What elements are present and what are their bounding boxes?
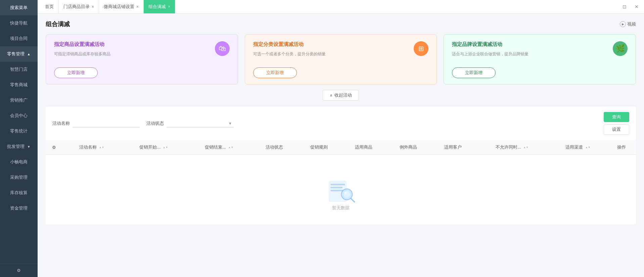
brand-promo-desc: 适合与上游企业联合做营销，提升品牌销量 (452, 51, 575, 62)
category-promo-title: 指定分类设置满减活动 (253, 41, 429, 48)
sidebar-item-retail-stats[interactable]: 零售统计 (0, 123, 38, 139)
query-button[interactable]: 查询 (604, 112, 629, 122)
close-button[interactable]: ✕ (632, 2, 641, 11)
th-applicable-goods: 适用商品 (341, 140, 386, 155)
brand-promo-add-btn[interactable]: 立即新增 (452, 67, 496, 78)
th-exception-goods: 例外商品 (386, 140, 430, 155)
sort-icon[interactable]: ▲▼ (99, 146, 104, 149)
chevron-down-icon: ▼ (27, 145, 31, 149)
sidebar-item-label: 零售统计 (10, 128, 28, 133)
sort-icon[interactable]: ▲▼ (585, 146, 591, 149)
sidebar-item-retail-mall[interactable]: 零售商城 (0, 77, 38, 93)
tab-close-icon[interactable]: × (136, 4, 139, 9)
tab-close-icon[interactable]: × (168, 4, 170, 9)
sidebar-item-label: 小畅电商 (10, 159, 28, 164)
maximize-button[interactable]: ⊡ (620, 2, 629, 11)
th-activity-status: 活动状态 (252, 140, 296, 155)
product-promo-icon: 🛍 (215, 41, 230, 56)
svg-rect-2 (330, 187, 342, 188)
sidebar-item-wholesale-mgmt[interactable]: 批发管理 ▼ (0, 139, 38, 154)
sidebar-item-label: 零售管理 (7, 51, 25, 56)
sidebar-item-retail-mgmt[interactable]: 零售管理 ▲ (0, 46, 38, 62)
product-promo-add-btn[interactable]: 立即新增 (54, 67, 98, 78)
page-content: 组合满减 ▶ 视频 🛍 指定商品设置满减活动 可指定滞销商品或库存较多商品 立即… (38, 13, 644, 277)
th-not-allow-concurrent: 不允许同时... ▲▼ (475, 140, 549, 155)
product-promo-title: 指定商品设置满减活动 (54, 41, 230, 48)
sidebar-item-member-center[interactable]: 会员中心 (0, 108, 38, 123)
activity-name-input[interactable] (73, 119, 140, 127)
tab-combo-discount[interactable]: 组合满减 × (144, 0, 175, 13)
th-promo-rule: 促销规则 (296, 140, 341, 155)
sort-icon[interactable]: ▲▼ (523, 146, 528, 149)
th-applicable-customer: 适用客户 (430, 140, 475, 155)
brand-promo-title: 指定品牌设置满减活动 (452, 41, 628, 48)
sidebar: 搜索菜单 快捷导航 项目合同 零售管理 ▲ 智慧门店 零售商城 营销推广 会员中… (0, 0, 38, 277)
svg-point-5 (343, 191, 350, 198)
sidebar-item-smart-store[interactable]: 智慧门店 (0, 62, 38, 77)
sidebar-item-quick-nav[interactable]: 快捷导航 (0, 15, 38, 31)
close-icon: ✕ (635, 4, 639, 9)
main-area: 首页 门店商品目录 × 微商城店铺设置 × 组合满减 × ⊡ ✕ 组合满减 (38, 0, 644, 277)
sidebar-item-xiaochang-ec[interactable]: 小畅电商 (0, 154, 38, 170)
sidebar-item-label: 快捷导航 (10, 20, 28, 25)
sidebar-item-label: 采购管理 (10, 175, 28, 180)
th-promo-start: 促销开始... ▲▼ (121, 140, 187, 155)
tab-label: 微商城店铺设置 (104, 4, 134, 10)
th-applicable-channel: 适用渠道 ▲▼ (549, 140, 607, 155)
th-promo-end: 促销结束... ▲▼ (186, 140, 252, 155)
product-promo-desc: 可指定滞销商品或库存较多商品 (54, 51, 177, 62)
video-link[interactable]: ▶ 视频 (620, 21, 636, 27)
sidebar-item-label: 资金管理 (10, 206, 28, 211)
th-settings[interactable]: ⚙ (46, 140, 62, 155)
sidebar-settings-btn[interactable]: ⚙ (0, 264, 38, 277)
promo-card-brand: 🌿 指定品牌设置满减活动 适合与上游企业联合做营销，提升品牌销量 立即新增 (444, 34, 636, 85)
data-table-wrapper: ⚙ 活动名称 ▲▼ 促销开始... ▲▼ 促销结束... ▲▼ (46, 140, 636, 224)
th-activity-name: 活动名称 ▲▼ (62, 140, 121, 155)
tab-home[interactable]: 首页 (40, 0, 59, 13)
svg-line-6 (351, 198, 355, 202)
empty-illustration (322, 175, 359, 205)
table-header: ⚙ 活动名称 ▲▼ 促销开始... ▲▼ 促销结束... ▲▼ (46, 140, 636, 155)
category-promo-add-btn[interactable]: 立即新增 (253, 67, 297, 78)
filter-activity-name: 活动名称 (52, 119, 140, 127)
sidebar-item-inventory[interactable]: 库存核算 (0, 185, 38, 201)
sidebar-item-marketing[interactable]: 营销推广 (0, 93, 38, 108)
maximize-icon: ⊡ (623, 4, 627, 9)
sidebar-item-purchase-mgmt[interactable]: 采购管理 (0, 170, 38, 185)
page-header: 组合满减 ▶ 视频 (46, 20, 636, 28)
activity-status-select[interactable] (167, 119, 234, 127)
tab-wechat-store[interactable]: 微商城店铺设置 × (99, 0, 144, 13)
window-controls: ⊡ ✕ (620, 2, 641, 11)
filter-row: 活动名称 活动状态 ▼ 查询 设置 (46, 107, 636, 140)
tab-close-icon[interactable]: × (92, 4, 94, 9)
tab-label: 门店商品目录 (63, 4, 90, 10)
sidebar-item-label: 营销推广 (10, 98, 28, 103)
sidebar-search[interactable]: 搜索菜单 (0, 0, 38, 15)
sort-icon[interactable]: ▲▼ (228, 146, 233, 149)
sidebar-item-label: 库存核算 (10, 190, 28, 195)
tab-store-catalog[interactable]: 门店商品目录 × (59, 0, 99, 13)
sort-icon[interactable]: ▲▼ (163, 146, 168, 149)
table-body: 暂无数据 (46, 155, 636, 225)
sidebar-item-finance-mgmt[interactable]: 资金管理 (0, 201, 38, 216)
page-title: 组合满减 (46, 20, 70, 28)
svg-rect-3 (330, 190, 344, 191)
setting-button[interactable]: 设置 (604, 124, 629, 135)
empty-state-row: 暂无数据 (46, 155, 636, 225)
sidebar-search-label: 搜索菜单 (10, 5, 28, 10)
promo-card-product: 🛍 指定商品设置满减活动 可指定滞销商品或库存较多商品 立即新增 (46, 34, 238, 85)
collapse-bar: ∧ 收起活动 (46, 90, 636, 101)
sidebar-item-label: 项目合同 (10, 36, 28, 41)
sidebar-item-project-contract[interactable]: 项目合同 (0, 31, 38, 46)
tab-label: 首页 (45, 4, 54, 10)
activity-status-label: 活动状态 (146, 120, 164, 126)
th-operation: 操作 (607, 140, 636, 155)
tab-label: 组合满减 (148, 4, 166, 10)
activity-name-label: 活动名称 (52, 120, 70, 126)
filter-buttons: 查询 设置 (604, 112, 629, 135)
settings-icon: ⚙ (52, 145, 56, 150)
collapse-activity-btn[interactable]: ∧ 收起活动 (323, 90, 359, 101)
play-icon: ▶ (620, 21, 626, 27)
category-promo-icon: ⊞ (414, 41, 428, 56)
brand-promo-icon: 🌿 (613, 41, 628, 56)
